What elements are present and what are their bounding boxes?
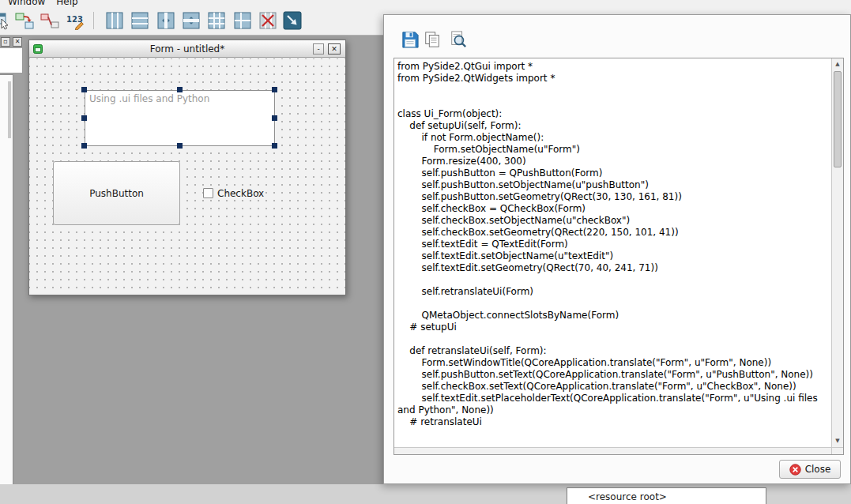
find-icon[interactable]: [448, 29, 469, 50]
splitter-horizontal-icon[interactable]: [155, 9, 177, 32]
selection-handle-bottom-left[interactable]: [81, 143, 87, 149]
toolbar-separator: [93, 12, 94, 29]
code-line: Form.setObjectName(u"Form"): [397, 144, 831, 156]
break-layout-icon[interactable]: [257, 9, 279, 32]
checkbox-label: CheckBox: [217, 188, 264, 199]
code-line: self.textEdit = QTextEdit(Form): [397, 239, 831, 250]
code-line: Form.setWindowTitle(QCoreApplication.tra…: [397, 357, 831, 369]
minimize-button[interactable]: -: [313, 43, 324, 55]
code-vertical-scrollbar[interactable]: ▲ ▼: [831, 58, 843, 447]
code-text: from PySide2.QtGui import * from PySide2…: [394, 58, 831, 447]
svg-text:123: 123: [66, 15, 83, 24]
textedit-placeholder: Using .ui files and Python: [89, 93, 209, 104]
widget-box-scrollbar-thumb[interactable]: [8, 81, 11, 138]
code-line: self.checkBox.setGeometry(QRect(220, 150…: [397, 227, 831, 239]
resource-browser-fragment: <resource root>: [567, 487, 766, 504]
resource-root-label: <resource root>: [588, 491, 667, 502]
code-line: QMetaObject.connectSlotsByName(Form): [397, 310, 831, 322]
resource-root-item[interactable]: <resource root>: [567, 490, 766, 503]
code-line: # retranslateUi: [397, 416, 831, 428]
form-designer-window: Form - untitled* - ✕ Using .ui files and…: [28, 39, 346, 295]
lay-out-vertically-icon[interactable]: [129, 9, 151, 32]
selection-handle-bottom-right[interactable]: [272, 143, 277, 149]
menu-help[interactable]: Help: [56, 0, 77, 7]
form-canvas[interactable]: Using .ui files and Python PushButton Ch…: [29, 58, 345, 295]
code-line: [397, 96, 831, 108]
code-preview-dialog: from PySide2.QtGui import * from PySide2…: [383, 14, 851, 484]
selection-handle-top-center[interactable]: [177, 87, 183, 92]
code-line: def setupUi(self, Form):: [397, 120, 831, 132]
grid-layout-icon[interactable]: [205, 9, 228, 32]
scrollbar-corner: [831, 447, 843, 454]
code-line: [397, 333, 831, 345]
splitter-vertical-icon[interactable]: [180, 9, 202, 32]
selection-handle-top-right[interactable]: [272, 87, 277, 92]
widget-filter-fragment[interactable]: [0, 47, 23, 73]
code-line: self.retranslateUi(Form): [397, 286, 831, 298]
form-window-titlebar[interactable]: Form - untitled* - ✕: [29, 40, 345, 58]
selection-handle-top-left[interactable]: [81, 87, 87, 92]
scroll-up-arrow-icon[interactable]: ▲: [832, 59, 843, 70]
edit-buddies-icon[interactable]: [39, 9, 61, 32]
code-line: if not Form.objectName():: [397, 132, 831, 144]
qt-designer-window: Window Help: [0, 0, 851, 504]
checkbox-indicator[interactable]: [203, 188, 213, 198]
code-line: def retranslateUi(self, Form):: [397, 345, 831, 357]
dock-close-button[interactable]: ✕: [13, 37, 22, 47]
dock-float-button[interactable]: ▫: [1, 37, 10, 47]
code-line: self.textEdit.setPlaceholderText(QCoreAp…: [397, 393, 831, 404]
code-line: self.pushButton = QPushButton(Form): [397, 167, 831, 179]
code-line: self.checkBox.setText(QCoreApplication.t…: [397, 381, 831, 393]
edit-widgets-icon[interactable]: [0, 9, 11, 32]
code-line: from PySide2.QtWidgets import *: [397, 73, 831, 85]
menu-window[interactable]: Window: [8, 0, 45, 7]
selection-handle-bottom-center[interactable]: [177, 143, 183, 149]
code-line: self.pushButton.setText(QCoreApplication…: [397, 369, 831, 381]
textedit-widget[interactable]: Using .ui files and Python: [85, 90, 275, 146]
selection-handle-middle-right[interactable]: [272, 115, 277, 121]
code-line: self.checkBox = QCheckBox(Form): [397, 203, 831, 215]
lay-out-horizontally-icon[interactable]: [104, 9, 126, 32]
edit-signals-slots-icon[interactable]: [13, 9, 36, 32]
close-button-label: Close: [805, 464, 831, 475]
code-line: from PySide2.QtGui import *: [397, 61, 831, 73]
close-icon: [789, 464, 801, 476]
scroll-down-arrow-icon[interactable]: ▼: [832, 436, 843, 446]
code-line: self.checkBox.setObjectName(u"checkBox"): [397, 215, 831, 227]
code-line: self.pushButton.setObjectName(u"pushButt…: [397, 179, 831, 191]
code-line: self.textEdit.setObjectName(u"textEdit"): [397, 250, 831, 262]
checkbox-widget[interactable]: CheckBox: [203, 177, 283, 209]
code-view[interactable]: from PySide2.QtGui import * from PySide2…: [393, 58, 844, 455]
copy-icon[interactable]: [422, 29, 442, 50]
close-dialog-button[interactable]: Close: [779, 460, 841, 479]
save-icon[interactable]: [400, 29, 420, 50]
code-line: and Python", None)): [397, 404, 831, 416]
edit-tab-order-icon[interactable]: 123: [64, 9, 86, 32]
code-line: [397, 85, 831, 96]
form-layout-icon[interactable]: [232, 9, 254, 32]
scrollbar-thumb[interactable]: [834, 71, 842, 167]
selection-handle-middle-left[interactable]: [81, 115, 87, 121]
pushbutton-widget[interactable]: PushButton: [53, 161, 180, 225]
widget-box-panel-fragment: [0, 74, 13, 484]
form-window-title: Form - untitled*: [29, 40, 345, 58]
edit-widgets-glyph: [0, 11, 10, 30]
code-line: # setupUi: [397, 322, 831, 333]
adjust-size-icon[interactable]: [281, 9, 303, 32]
close-window-button[interactable]: ✕: [328, 43, 341, 55]
code-line: class Ui_Form(object):: [397, 108, 831, 120]
code-horizontal-scrollbar[interactable]: [394, 447, 831, 454]
code-line: Form.resize(400, 300): [397, 156, 831, 167]
code-line: [397, 274, 831, 286]
code-line: self.textEdit.setGeometry(QRect(70, 40, …: [397, 262, 831, 274]
menu-bar: Window Help: [0, 0, 851, 7]
code-line: [397, 298, 831, 310]
code-line: self.pushButton.setGeometry(QRect(30, 13…: [397, 191, 831, 203]
